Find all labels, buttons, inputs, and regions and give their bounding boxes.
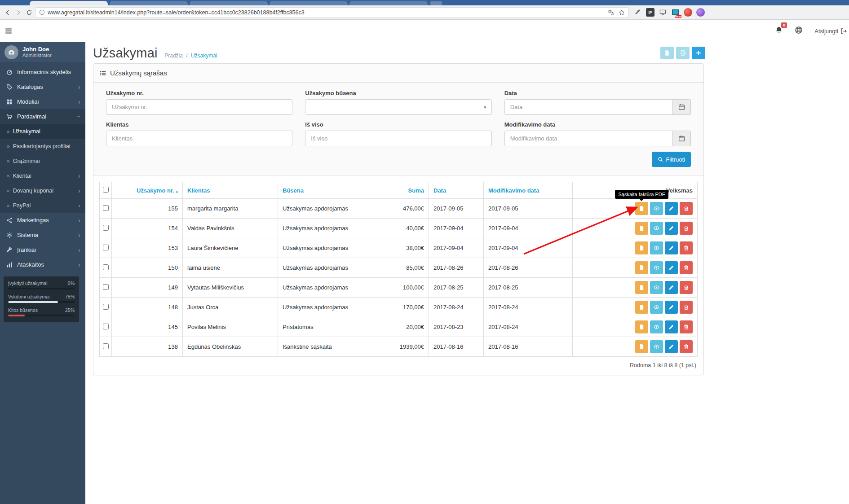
invoice-pdf-button[interactable] bbox=[635, 340, 648, 353]
delete-button[interactable] bbox=[680, 222, 693, 235]
breadcrumb-home[interactable]: Pradžia bbox=[164, 53, 183, 59]
row-checkbox[interactable] bbox=[103, 264, 109, 270]
invoice-pdf-button[interactable] bbox=[635, 281, 648, 294]
delete-button[interactable] bbox=[680, 202, 693, 215]
sidebar-item-reports[interactable]: Ataskaitos › bbox=[0, 257, 85, 272]
total-input[interactable] bbox=[305, 131, 491, 146]
edit-button[interactable] bbox=[665, 340, 678, 353]
invoice-pdf-button[interactable] bbox=[635, 241, 648, 254]
edit-button[interactable] bbox=[665, 301, 678, 314]
date-calendar-button[interactable] bbox=[673, 99, 691, 115]
view-button[interactable] bbox=[650, 320, 663, 333]
row-checkbox[interactable] bbox=[103, 225, 109, 231]
sidebar-item-system[interactable]: Sistema › bbox=[0, 228, 85, 242]
view-button[interactable] bbox=[650, 241, 663, 254]
sidebar-subitem-recurring[interactable]: » Pasikartojantys profiliai bbox=[0, 139, 85, 153]
browser-tab[interactable] bbox=[270, 1, 348, 5]
view-button[interactable] bbox=[650, 301, 663, 314]
browser-reload-button[interactable] bbox=[24, 7, 34, 18]
language-button[interactable] bbox=[795, 26, 803, 36]
row-checkbox[interactable] bbox=[103, 343, 109, 349]
logout-button[interactable]: Atsijungti bbox=[814, 28, 847, 35]
row-checkbox[interactable] bbox=[103, 205, 109, 211]
view-button[interactable] bbox=[650, 261, 663, 274]
view-button[interactable] bbox=[650, 281, 663, 294]
edit-button[interactable] bbox=[665, 320, 678, 333]
browser-tab[interactable] bbox=[349, 1, 428, 5]
modified-date-input[interactable] bbox=[504, 131, 673, 146]
sort-modified[interactable]: Modifikavimo data bbox=[488, 187, 539, 194]
sort-status[interactable]: Būsena bbox=[283, 187, 304, 194]
row-checkbox[interactable] bbox=[103, 245, 109, 250]
bookmark-star-icon[interactable] bbox=[619, 9, 625, 16]
sidebar-subitem-orders[interactable]: » Užsakymai bbox=[0, 124, 85, 139]
date-input[interactable] bbox=[504, 99, 673, 115]
sort-customer[interactable]: Klientas bbox=[187, 187, 210, 194]
breadcrumb-current[interactable]: Užsakymai bbox=[191, 53, 217, 59]
invoice-print-button[interactable] bbox=[660, 47, 674, 59]
new-tab-button[interactable] bbox=[430, 1, 442, 5]
browser-tab[interactable] bbox=[190, 1, 268, 5]
shipping-print-button[interactable] bbox=[676, 47, 690, 59]
delete-button[interactable] bbox=[680, 340, 693, 353]
add-order-button[interactable] bbox=[692, 47, 705, 59]
browser-tab[interactable] bbox=[30, 1, 108, 5]
display-extension-icon[interactable] bbox=[659, 8, 667, 17]
select-all-checkbox[interactable] bbox=[103, 187, 109, 193]
customer-input[interactable] bbox=[106, 131, 292, 146]
view-button[interactable] bbox=[650, 202, 663, 215]
sidebar-subitem-paypal[interactable]: » PayPal › bbox=[0, 198, 85, 213]
edit-button[interactable] bbox=[665, 261, 678, 274]
sort-total[interactable]: Suma bbox=[408, 187, 424, 194]
edit-button[interactable] bbox=[665, 241, 678, 254]
invoice-pdf-button[interactable]: Sąskaita faktūra PDF bbox=[635, 202, 648, 215]
address-bar[interactable]: www.agregatai.lt/siteadmin14/index.php?r… bbox=[35, 7, 629, 18]
breadcrumb-separator: / bbox=[186, 53, 187, 59]
row-checkbox[interactable] bbox=[103, 304, 109, 310]
sidebar-item-catalog[interactable]: Katalogas › bbox=[0, 79, 85, 94]
view-button[interactable] bbox=[650, 222, 663, 235]
sidebar-item-marketing[interactable]: Marketingas › bbox=[0, 213, 85, 228]
delete-button[interactable] bbox=[680, 241, 693, 254]
browser-forward-button[interactable] bbox=[13, 7, 23, 18]
sidebar-subitem-customers[interactable]: » Klientai › bbox=[0, 168, 85, 183]
page-info-icon[interactable] bbox=[39, 9, 45, 15]
delete-button[interactable] bbox=[680, 281, 693, 294]
delete-button[interactable] bbox=[680, 320, 693, 333]
edit-button[interactable] bbox=[665, 222, 678, 235]
sort-date[interactable]: Data bbox=[433, 187, 446, 194]
invoice-pdf-button[interactable] bbox=[635, 320, 648, 333]
row-checkbox[interactable] bbox=[103, 284, 109, 290]
sidebar-item-modules[interactable]: Moduliai › bbox=[0, 94, 85, 109]
notifications-button[interactable]: 0 bbox=[775, 26, 783, 36]
screen-extension-icon[interactable]: New bbox=[671, 8, 680, 17]
sidebar-subitem-vouchers[interactable]: » Dovanų kuponai › bbox=[0, 183, 85, 198]
view-button[interactable] bbox=[650, 340, 663, 353]
extension-icon-purple[interactable] bbox=[696, 8, 705, 17]
sidebar-item-sales[interactable]: Pardavimai › bbox=[0, 109, 85, 124]
invoice-pdf-button[interactable] bbox=[635, 222, 648, 235]
sidebar-toggle-button[interactable] bbox=[4, 27, 13, 35]
edit-button[interactable] bbox=[665, 202, 678, 215]
order-nr-input[interactable] bbox=[106, 99, 292, 115]
invoice-pdf-button[interactable] bbox=[635, 261, 648, 274]
sidebar-item-dashboard[interactable]: Informacinis skydelis bbox=[0, 65, 85, 79]
pdf-file-icon bbox=[639, 344, 645, 350]
sidebar-subitem-returns[interactable]: » Grąžinimai bbox=[0, 153, 85, 168]
browser-tab[interactable] bbox=[110, 1, 188, 5]
sort-order-nr[interactable]: Užsakymo nr. ▴ bbox=[137, 187, 178, 194]
browser-back-button[interactable] bbox=[3, 7, 13, 18]
filter-button[interactable]: Filtruoti bbox=[652, 152, 691, 167]
extension-icon-red[interactable] bbox=[684, 8, 692, 17]
order-status-select[interactable] bbox=[305, 99, 491, 115]
eyedropper-extension-icon[interactable] bbox=[633, 8, 642, 17]
ip-extension-icon[interactable]: IP bbox=[646, 8, 654, 17]
delete-button[interactable] bbox=[680, 301, 693, 314]
translate-icon[interactable] bbox=[608, 9, 615, 16]
delete-button[interactable] bbox=[680, 261, 693, 274]
row-checkbox[interactable] bbox=[103, 324, 109, 329]
sidebar-item-tools[interactable]: Įrankiai › bbox=[0, 242, 85, 257]
modified-calendar-button[interactable] bbox=[673, 131, 691, 146]
edit-button[interactable] bbox=[665, 281, 678, 294]
invoice-pdf-button[interactable] bbox=[635, 301, 648, 314]
